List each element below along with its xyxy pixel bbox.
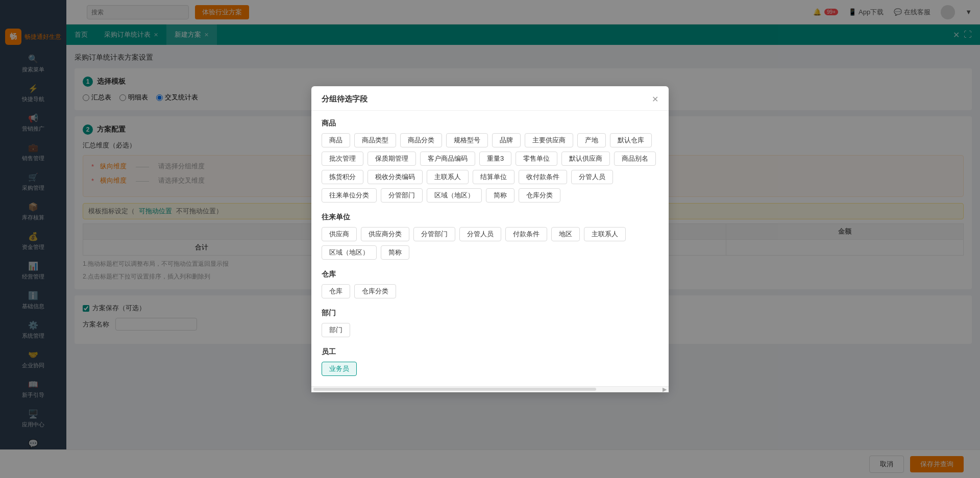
field-group-部门: 部门部门 [322, 309, 658, 337]
field-tag[interactable]: 分管人员 [459, 227, 501, 241]
field-group-仓库: 仓库仓库仓库分类 [322, 270, 658, 298]
field-tag[interactable]: 往来单位分类 [322, 188, 377, 203]
field-tag[interactable]: 客户商品编码 [420, 152, 475, 166]
field-tag[interactable]: 主要供应商 [525, 133, 573, 147]
field-tag[interactable]: 默认供应商 [561, 152, 610, 166]
field-tags: 部门 [322, 323, 658, 337]
field-tag[interactable]: 供应商分类 [361, 227, 409, 241]
field-tag[interactable]: 保质期管理 [368, 152, 416, 166]
field-tags: 供应商供应商分类分管部门分管人员付款条件地区主联系人区域（地区）简称 [322, 227, 658, 260]
field-tag[interactable]: 付款条件 [505, 227, 547, 241]
hscroll-thumb[interactable] [313, 388, 596, 391]
field-group-title: 仓库 [322, 270, 658, 279]
field-group-title: 员工 [322, 347, 658, 357]
field-tag[interactable]: 地区 [551, 227, 580, 241]
field-tag[interactable]: 产地 [577, 133, 606, 147]
field-tag[interactable]: 区域（地区） [322, 245, 377, 260]
field-group-往来单位: 往来单位供应商供应商分类分管部门分管人员付款条件地区主联系人区域（地区）简称 [322, 213, 658, 260]
field-tag[interactable]: 商品别名 [614, 152, 656, 166]
field-tag[interactable]: 分管人员 [571, 170, 613, 184]
modal-hscrollbar[interactable]: ▶ [311, 386, 669, 392]
field-tag[interactable]: 商品 [322, 133, 350, 147]
field-tag[interactable]: 供应商 [322, 227, 357, 241]
field-tag[interactable]: 规格型号 [446, 133, 488, 147]
field-tag[interactable]: 仓库 [322, 284, 350, 298]
hscroll-right[interactable]: ▶ [663, 386, 667, 393]
field-tag[interactable]: 结算单位 [473, 170, 514, 184]
field-tag[interactable]: 区域（地区） [427, 188, 482, 203]
field-tag[interactable]: 简称 [381, 245, 409, 260]
modal-close-button[interactable]: ✕ [652, 94, 658, 104]
field-tag[interactable]: 商品分类 [400, 133, 442, 147]
field-tags: 商品商品类型商品分类规格型号品牌主要供应商产地默认仓库批次管理保质期管理客户商品… [322, 133, 658, 203]
field-tag[interactable]: 零售单位 [516, 152, 557, 166]
field-tag[interactable]: 部门 [322, 323, 350, 337]
field-tag[interactable]: 业务员 [322, 362, 357, 376]
modal-title: 分组待选字段 [322, 94, 368, 104]
field-tag[interactable]: 简称 [486, 188, 514, 203]
field-tag[interactable]: 收付款条件 [519, 170, 567, 184]
modal-body[interactable]: 商品商品商品类型商品分类规格型号品牌主要供应商产地默认仓库批次管理保质期管理客户… [311, 111, 669, 386]
field-tag[interactable]: 主联系人 [584, 227, 626, 241]
field-tag[interactable]: 分管部门 [381, 188, 423, 203]
field-tag[interactable]: 商品类型 [354, 133, 396, 147]
field-tag[interactable]: 仓库分类 [519, 188, 560, 203]
field-tag[interactable]: 批次管理 [322, 152, 363, 166]
field-tags: 仓库仓库分类 [322, 284, 658, 298]
field-group-title: 部门 [322, 309, 658, 318]
field-tag[interactable]: 分管部门 [413, 227, 455, 241]
modal-header: 分组待选字段 ✕ [311, 86, 669, 111]
field-tag[interactable]: 默认仓库 [610, 133, 652, 147]
field-selection-modal: 分组待选字段 ✕ 商品商品商品类型商品分类规格型号品牌主要供应商产地默认仓库批次… [311, 86, 669, 392]
field-group-员工: 员工业务员 [322, 347, 658, 376]
field-tag[interactable]: 税收分类编码 [368, 170, 423, 184]
field-group-title: 往来单位 [322, 213, 658, 222]
field-tags: 业务员 [322, 362, 658, 376]
field-tag[interactable]: 主联系人 [427, 170, 469, 184]
field-tag[interactable]: 仓库分类 [354, 284, 396, 298]
field-tag[interactable]: 品牌 [492, 133, 521, 147]
field-tag[interactable]: 重量3 [479, 152, 511, 166]
field-group-商品: 商品商品商品类型商品分类规格型号品牌主要供应商产地默认仓库批次管理保质期管理客户… [322, 119, 658, 203]
field-tag[interactable]: 拣货积分 [322, 170, 363, 184]
field-group-title: 商品 [322, 119, 658, 128]
